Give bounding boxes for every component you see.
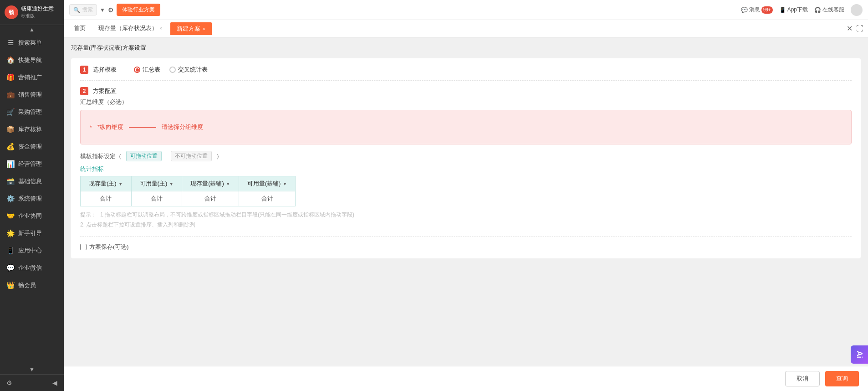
- tab-inventory-status[interactable]: 现存量（库存状况表） ×: [92, 21, 168, 37]
- save-section: 方案保存(可选): [80, 243, 852, 251]
- th-available-aux[interactable]: 可用量(基辅) ▼: [239, 176, 296, 191]
- search-placeholder: 搜索: [82, 6, 93, 14]
- sidebar-scroll-up[interactable]: ▲: [0, 25, 64, 34]
- sidebar-item-system[interactable]: ⚙️ 系统管理: [0, 190, 64, 207]
- sidebar-item-finance[interactable]: 💰 资金管理: [0, 138, 64, 155]
- th-current-aux[interactable]: 现存量(基辅) ▼: [182, 176, 239, 191]
- th-current-main[interactable]: 现存量(主) ▼: [81, 176, 132, 191]
- th-current-aux-label: 现存量(基辅): [190, 180, 224, 188]
- sidebar-item-shortcut[interactable]: 🏠 快捷导航: [0, 51, 64, 69]
- app-name: 畅康通好生意: [21, 5, 54, 13]
- th-current-main-arrow: ▼: [118, 181, 123, 186]
- sidebar-item-sales[interactable]: 💼 销售管理: [0, 86, 64, 103]
- non-draggable-badge: 不可拖动位置: [171, 151, 212, 161]
- stats-section-title: 统计指标: [80, 165, 852, 173]
- vertical-dimension-box[interactable]: * *纵向维度 请选择分组维度: [80, 110, 852, 144]
- sidebar-item-label-shortcut: 快捷导航: [18, 56, 42, 64]
- sidebar-item-search[interactable]: ☰ 搜索菜单: [0, 34, 64, 51]
- tab-close-window-btn[interactable]: ✕: [846, 23, 853, 34]
- message-icon: 💬: [741, 7, 748, 13]
- sidebar-nav: ☰ 搜索菜单 🏠 快捷导航 🎁 营销推广 💼 销售管理 🛒 采购管理 📦 库存核…: [0, 34, 64, 365]
- sidebar-item-label-newbie: 新手引导: [18, 229, 42, 237]
- step1-badge: 1: [80, 66, 88, 74]
- radio-cross[interactable]: 交叉统计表: [169, 66, 208, 74]
- system-icon: ⚙️: [6, 195, 15, 203]
- step1-title: 选择模板: [93, 66, 117, 74]
- tab-expand-btn[interactable]: ⛶: [855, 24, 864, 34]
- user-avatar[interactable]: [851, 4, 863, 16]
- sidebar-item-purchase[interactable]: 🛒 采购管理: [0, 103, 64, 121]
- tips-section: 提示： 1.拖动标题栏可以调整布局，不可跨维度或指标区域拖动栏目字段(只能在同一…: [80, 210, 852, 230]
- sidebar-item-member[interactable]: 👑 畅会员: [0, 277, 64, 294]
- sidebar-item-corp[interactable]: 🤝 企业协同: [0, 207, 64, 225]
- sidebar-item-label-search: 搜索菜单: [18, 39, 42, 47]
- industry-plan-button[interactable]: 体验行业方案: [117, 4, 160, 16]
- step1-row: 1 选择模板 汇总表 交叉统计表: [80, 66, 852, 74]
- topbar-left: 🔍 搜索 ▼ ⚙ 体验行业方案: [69, 4, 737, 16]
- sidebar-item-base[interactable]: 🗃️ 基础信息: [0, 173, 64, 190]
- sidebar-item-label-inventory: 库存核算: [18, 125, 42, 134]
- sidebar-item-wechat[interactable]: 💬 企业微信: [0, 259, 64, 277]
- save-section-label: 方案保存(可选): [89, 243, 129, 251]
- corp-icon: 🤝: [6, 212, 15, 220]
- inventory-icon: 📦: [6, 125, 15, 134]
- dim-label: *纵向维度: [97, 123, 123, 131]
- td-available-main-sub: 合计: [131, 191, 182, 206]
- messages-item[interactable]: 💬 消息 99+: [741, 6, 773, 14]
- topbar-right: 💬 消息 99+ 📱 App下载 🎧 在线客服: [741, 4, 863, 16]
- plan-config-card: 1 选择模板 汇总表 交叉统计表: [71, 58, 861, 258]
- tab-home[interactable]: 首页: [67, 21, 92, 37]
- td-current-aux-sub: 合计: [182, 191, 239, 206]
- radio-cross-circle: [169, 67, 176, 73]
- tip-line-2: 2. 点击标题栏下拉可设置排序、插入列和删除列: [80, 220, 852, 230]
- app-download-item[interactable]: 📱 App下载: [779, 6, 808, 14]
- sidebar-item-label-operations: 经营管理: [18, 160, 42, 168]
- sidebar-item-label-appstore: 应用中心: [18, 247, 42, 255]
- collapse-btn[interactable]: ◀: [52, 379, 57, 386]
- sidebar-item-newbie[interactable]: 🌟 新手引导: [0, 225, 64, 242]
- tab-new-plan[interactable]: 新建方案 ×: [170, 22, 211, 35]
- sidebar-scroll-down[interactable]: ▼: [0, 365, 64, 374]
- sidebar-item-inventory[interactable]: 📦 库存核算: [0, 121, 64, 138]
- tab-inventory-close[interactable]: ×: [159, 26, 162, 31]
- online-service-item[interactable]: 🎧 在线客服: [814, 6, 844, 14]
- sidebar-item-appstore[interactable]: 📱 应用中心: [0, 242, 64, 259]
- newbie-icon: 🌟: [6, 229, 15, 237]
- th-available-aux-label: 可用量(基辅): [247, 180, 281, 188]
- settings-bottom-btn[interactable]: ⚙: [6, 379, 12, 386]
- sales-icon: 💼: [6, 91, 15, 99]
- template-options: 汇总表 交叉统计表: [134, 66, 208, 74]
- config-section: 汇总维度（必选） * *纵向维度 请选择分组维度 模板指标设定（ 可拖动位置 不…: [80, 98, 852, 230]
- sidebar-item-label-wechat: 企业微信: [18, 264, 42, 272]
- tab-new-close[interactable]: ×: [202, 26, 205, 31]
- page-title: 现存量(库存状况表)方案设置: [71, 44, 861, 52]
- sidebar: 畅 畅康通好生意 标准版 ▲ ☰ 搜索菜单 🏠 快捷导航 🎁 营销推广 💼 销售…: [0, 0, 64, 391]
- member-icon: 👑: [6, 281, 15, 289]
- cancel-button[interactable]: 取消: [785, 371, 820, 386]
- sidebar-item-operations[interactable]: 📊 经营管理: [0, 155, 64, 173]
- radio-summary-inner: [136, 68, 139, 72]
- tab-home-label: 首页: [74, 24, 86, 32]
- search-icon: 🔍: [73, 7, 80, 13]
- app-download-label: App下载: [787, 6, 808, 14]
- topbar-dropdown[interactable]: ▼: [100, 7, 105, 13]
- sidebar-item-label-corp: 企业协同: [18, 212, 42, 220]
- radio-summary[interactable]: 汇总表: [134, 66, 160, 74]
- main-area: 🔍 搜索 ▼ ⚙ 体验行业方案 💬 消息 99+ 📱 App下载 🎧 在线客服: [64, 0, 868, 391]
- content-area: 现存量(库存状况表)方案设置 1 选择模板 汇总表 交叉统计表: [64, 37, 868, 366]
- settings-gear-icon[interactable]: ⚙: [108, 6, 114, 14]
- logo-area: 畅 畅康通好生意 标准版: [0, 0, 64, 25]
- search-bar[interactable]: 🔍 搜索: [69, 4, 97, 15]
- wechat-icon: 💬: [6, 264, 15, 272]
- query-button[interactable]: 查询: [825, 371, 859, 386]
- tab-new-label: 新建方案: [177, 25, 200, 33]
- ai-badge[interactable]: Ai: [851, 345, 868, 364]
- sidebar-item-label-system: 系统管理: [18, 195, 42, 203]
- messages-badge: 99+: [761, 6, 773, 14]
- logo-icon: 畅: [5, 5, 18, 19]
- draggable-badge: 可拖动位置: [126, 151, 162, 161]
- online-service-label: 在线客服: [822, 6, 844, 14]
- th-available-main[interactable]: 可用量(主) ▼: [131, 176, 182, 191]
- sidebar-item-marketing[interactable]: 🎁 营销推广: [0, 69, 64, 86]
- save-checkbox[interactable]: [80, 244, 87, 250]
